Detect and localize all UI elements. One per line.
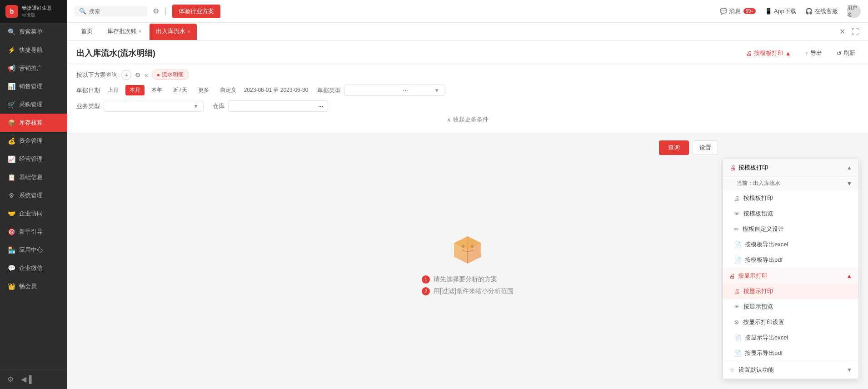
template-export-excel-item[interactable]: 📄 按模板导出excel [723,237,858,252]
sidebar-item-enterprise[interactable]: 🤝企业协同 [0,204,67,223]
display-print-icon: 🖨 [734,288,740,295]
filter-collapse-icon[interactable]: « [145,71,148,79]
business-type-select[interactable]: ▼ [104,101,204,112]
template-section: 🖨 按模板打印 👁 按模板预览 ✏ 模板自定义设计 📄 按模板导出excel 📄 [723,190,858,268]
date-filter-buttons: 上月本月本年近7天更多自定义 [104,85,240,95]
search-icon: 🔍 [7,28,15,35]
sidebar-item-label-appstore: 应用中心 [19,246,43,254]
settings-button[interactable]: 设置 [693,140,718,155]
topbar: 🔍 ⚙ | 体验行业方案 💬 消息 99+ 📱 App下载 🎧 在线客服 用户名 [67,0,868,23]
date-filter-field: 单据日期 上月本月本年近7天更多自定义 2023-06-01 至 2023-06… [76,85,308,95]
date-filter-label: 单据日期 [76,86,100,95]
filter-settings-icon[interactable]: ⚙ [135,71,141,79]
sidebar-item-finance[interactable]: 💰资金管理 [0,132,67,150]
date-btn-更多[interactable]: 更多 [194,85,213,95]
dropdown-header-arrow-icon[interactable]: ▲ [847,165,852,171]
date-btn-近7天[interactable]: 近7天 [169,85,191,95]
app-logo-icon: b [5,5,18,18]
template-print-item[interactable]: 🖨 按模板打印 [723,190,858,206]
empty-box-icon [447,227,488,268]
app-download-button[interactable]: 📱 App下载 [765,7,796,15]
display-print-section-header[interactable]: 🖨 按显示打印 ▲ [723,268,858,284]
sidebar-item-purchase[interactable]: 🛒采购管理 [0,95,67,114]
topbar-gear-icon[interactable]: ⚙ [153,7,159,15]
tab-home[interactable]: 首页 [75,24,99,40]
sidebar-item-sales[interactable]: 📊销售管理 [0,77,67,95]
display-preview-item[interactable]: 👁 按显示预览 [723,299,858,314]
sidebar-item-inventory[interactable]: 📦库存核算 [0,114,67,132]
sidebar-item-wechat[interactable]: 💬企业微信 [0,259,67,277]
guide-icon: 🎯 [7,228,15,235]
sidebar-item-label-enterprise: 企业协同 [19,209,43,218]
sidebar-item-member[interactable]: 👑畅会员 [0,277,67,295]
set-default-button[interactable]: ☆ 设置默认功能 ▼ [723,361,858,379]
export-button[interactable]: ↑ 导出 [802,47,826,59]
wechat-icon: 💬 [7,264,15,272]
message-icon: 💬 [720,8,727,15]
warehouse-more-icon: ··· [318,103,323,110]
trial-button[interactable]: 体验行业方案 [172,5,220,18]
tab-flow[interactable]: 出入库流水× [150,24,196,40]
business-type-field: 业务类型 ▼ [76,101,204,112]
tab-close-all-button[interactable]: ✕ [838,25,847,38]
sidebar-settings-icon[interactable]: ⚙ [7,375,14,384]
inventory-icon: 📦 [7,119,15,126]
search-input[interactable] [89,8,143,15]
template-export-pdf-item[interactable]: 📄 按模板导出pdf [723,252,858,268]
display-print-header-icon: 🖨 [729,273,735,279]
filter-row-1: 单据日期 上月本月本年近7天更多自定义 2023-06-01 至 2023-06… [76,85,859,96]
tab-close-flow[interactable]: × [187,29,190,34]
active-filter-chip[interactable]: ● 流水明细 [152,70,189,80]
template-custom-item[interactable]: ✏ 模板自定义设计 [723,221,858,237]
sidebar-item-basic[interactable]: 📋基础信息 [0,168,67,186]
query-button[interactable]: 查询 [659,140,689,155]
finance-icon: 💰 [7,137,15,145]
display-export-pdf-item[interactable]: 📄 按显示导出pdf [723,345,858,361]
display-print-item[interactable]: 🖨 按显示打印 [723,284,858,299]
tab-label-home: 首页 [81,27,93,35]
date-btn-上月[interactable]: 上月 [104,85,123,95]
sidebar-item-marketing[interactable]: 📢营销推广 [0,59,67,77]
tab-minimize-button[interactable]: ⛶ [850,25,861,38]
app-edition: 标准版 [22,12,52,18]
bill-type-select[interactable]: ··· ▼ [344,85,444,96]
sidebar-item-operations[interactable]: 📈经营管理 [0,150,67,168]
date-btn-本年[interactable]: 本年 [147,85,166,95]
chevron-up-icon2: ∧ [447,116,451,123]
bill-type-filter-field: 单据类型 ··· ▼ [317,85,444,96]
template-preview-item[interactable]: 👁 按模板预览 [723,206,858,221]
chevron-up-icon: ▲ [785,50,791,57]
display-export-excel-item[interactable]: 📄 按显示导出excel [723,330,858,345]
sidebar-item-label-sales: 销售管理 [19,82,43,90]
sidebar-item-label-quick-nav: 快捷导航 [19,46,43,54]
sidebar-item-system[interactable]: ⚙系统管理 [0,186,67,204]
print-template-button[interactable]: 🖨 按模板打印 ▲ [743,47,795,59]
display-section: 🖨 按显示打印 👁 按显示预览 ⚙ 按显示打印设置 📄 按显示导出excel 📄 [723,284,858,361]
refresh-button[interactable]: ↺ 刷新 [833,47,859,59]
display-settings-item[interactable]: ⚙ 按显示打印设置 [723,314,858,330]
current-template-arrow: ▼ [847,180,852,187]
message-button[interactable]: 💬 消息 99+ [720,7,756,15]
sidebar-item-quick-nav[interactable]: ⚡快捷导航 [0,41,67,59]
sidebar-logo: b 畅捷通好生意 标准版 [0,0,67,23]
user-avatar[interactable]: 用户名 [847,5,861,18]
sidebar-item-label-search: 搜索菜单 [19,28,43,36]
marketing-icon: 📢 [7,65,15,72]
date-btn-本月[interactable]: 本月 [125,85,145,95]
collapse-more-button[interactable]: ∧ 收起更多条件 [76,112,859,127]
sidebar-collapse-icon[interactable]: ◀▐ [21,375,31,384]
topbar-search-container: 🔍 [75,6,147,16]
print-icon: 🖨 [746,50,752,57]
sidebar-item-guide[interactable]: 🎯新手引导 [0,223,67,241]
date-btn-自定义[interactable]: 自定义 [216,85,240,95]
print-dropdown-panel: 🖨 按模板打印 ▲ 当前：出入库流水 ▼ 🖨 按模板打印 👁 按模板预览 [723,159,859,379]
tab-batch-account[interactable]: 库存批次账× [101,24,148,40]
customer-service-button[interactable]: 🎧 在线客服 [805,7,838,15]
sidebar-item-appstore[interactable]: 🏪应用中心 [0,241,67,259]
operations-icon: 📈 [7,155,15,163]
svg-point-4 [462,245,464,248]
filter-add-button[interactable]: + [121,70,131,80]
tab-close-batch-account[interactable]: × [139,29,141,34]
warehouse-select[interactable]: ··· [228,100,328,112]
sidebar-item-search[interactable]: 🔍搜索菜单 [0,23,67,41]
